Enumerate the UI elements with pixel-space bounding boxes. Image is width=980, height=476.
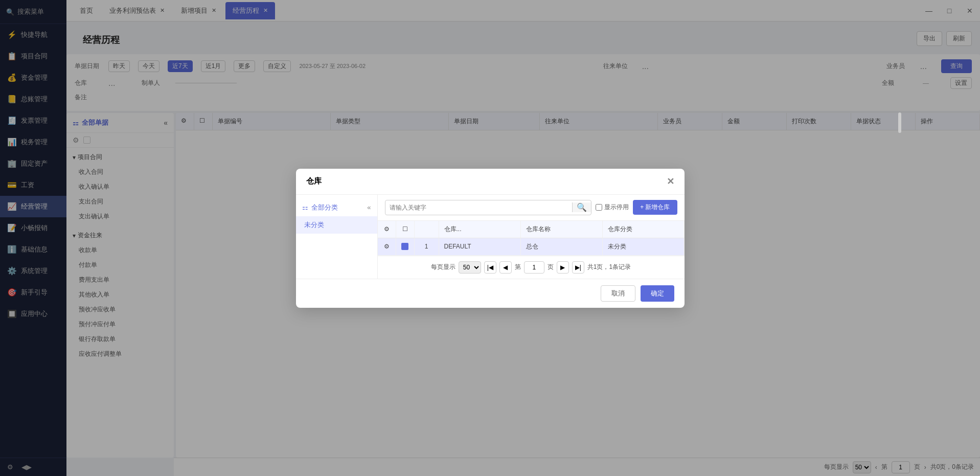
row-name: 总仓 xyxy=(521,238,603,255)
modal-close-button[interactable]: ✕ xyxy=(667,176,674,187)
pagination-prev[interactable]: ◀ xyxy=(499,261,512,274)
modal-right-panel: 🔍 显示停用 + 新增仓库 ⚙ ☐ 仓库... xyxy=(378,195,685,279)
modal-search-input[interactable] xyxy=(385,204,573,211)
warehouse-modal: 仓库 ✕ ⚏ 全部分类 « 未分类 xyxy=(296,169,685,308)
confirm-button[interactable]: 确定 xyxy=(641,285,674,302)
row-check[interactable] xyxy=(396,238,415,255)
row-num: 1 xyxy=(415,238,439,255)
modal-title: 仓库 xyxy=(306,176,322,186)
modal-left-panel: ⚏ 全部分类 « 未分类 xyxy=(296,195,378,279)
row-category: 未分类 xyxy=(603,238,685,255)
modal-col-category: 仓库分类 xyxy=(603,221,685,238)
show-disabled-checkbox[interactable] xyxy=(596,204,602,211)
collapse-left-icon[interactable]: « xyxy=(367,203,371,211)
pagination-last[interactable]: ▶| xyxy=(572,261,584,274)
modal-left-header[interactable]: ⚏ 全部分类 « xyxy=(296,199,377,216)
modal-col-check[interactable]: ☐ xyxy=(396,221,415,238)
table-row[interactable]: ⚙ 1 DEFAULT 总仓 xyxy=(378,238,685,256)
pagination-page-suffix2: 页 xyxy=(548,263,554,271)
modal-total-info: 共1页，1条记录 xyxy=(587,263,631,271)
modal-search-box[interactable]: 🔍 xyxy=(385,200,592,215)
row-gear[interactable]: ⚙ xyxy=(378,238,396,255)
pagination-page-word: 第 xyxy=(515,263,521,271)
modal-pagination: 每页显示 50 |◀ ◀ 第 页 ▶ ▶| 共1页，1条记录 xyxy=(378,256,685,279)
modal-body: ⚏ 全部分类 « 未分类 xyxy=(296,195,685,279)
search-icon: 🔍 xyxy=(577,202,587,212)
add-warehouse-button[interactable]: + 新增仓库 xyxy=(633,200,677,215)
modal-col-gear[interactable]: ⚙ xyxy=(378,221,396,238)
modal-overlay: 仓库 ✕ ⚏ 全部分类 « 未分类 xyxy=(0,0,980,476)
grid-icon: ⚏ xyxy=(302,203,308,211)
pagination-next[interactable]: ▶ xyxy=(557,261,569,274)
modal-per-page-label: 每页显示 xyxy=(431,263,455,271)
show-disabled-label[interactable]: 显示停用 xyxy=(596,203,629,212)
show-disabled-text: 显示停用 xyxy=(604,203,629,212)
modal-col-name: 仓库名称 xyxy=(521,221,603,238)
modal-left-header-label: 全部分类 xyxy=(311,203,338,212)
modal-actions: 取消 确定 xyxy=(296,279,685,308)
modal-left-item-uncategorized[interactable]: 未分类 xyxy=(296,216,377,234)
modal-page-input[interactable] xyxy=(524,261,544,274)
modal-col-code: 仓库... xyxy=(439,221,521,238)
row-code: DEFAULT xyxy=(439,238,521,255)
cancel-button[interactable]: 取消 xyxy=(601,285,635,302)
modal-header: 仓库 ✕ xyxy=(296,169,685,195)
modal-left-scroll: 未分类 xyxy=(296,216,377,275)
modal-search-button[interactable]: 🔍 xyxy=(572,202,591,212)
modal-col-num xyxy=(415,221,439,238)
modal-table-header: ⚙ ☐ 仓库... 仓库名称 仓库分类 xyxy=(378,221,685,238)
pagination-first[interactable]: |◀ xyxy=(484,261,496,274)
modal-toolbar: 🔍 显示停用 + 新增仓库 xyxy=(378,195,685,221)
modal-table: ⚙ ☐ 仓库... 仓库名称 仓库分类 ⚙ 1 xyxy=(378,221,685,256)
modal-per-page-select[interactable]: 50 xyxy=(459,261,481,274)
